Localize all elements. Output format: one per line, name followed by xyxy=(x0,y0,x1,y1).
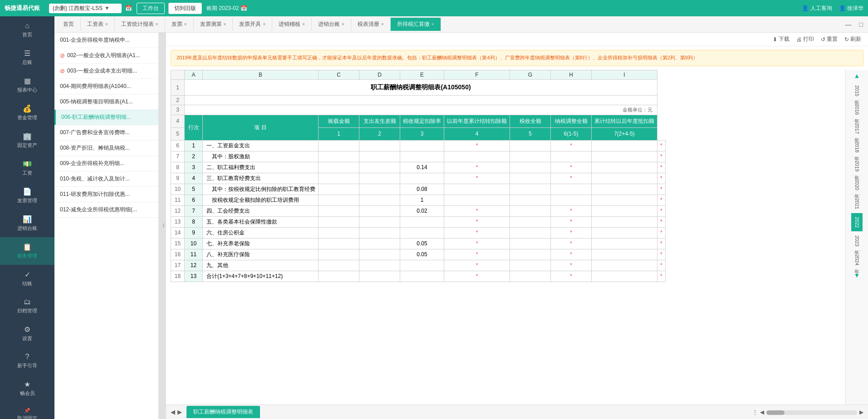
scroll-left-icon[interactable]: ◀ xyxy=(760,409,764,415)
year-nav-2018[interactable]: 2018年 xyxy=(851,138,863,156)
sidebar-item-general-ledger[interactable]: ☰ 总账 xyxy=(0,44,54,71)
sidebar-item-invoice-mgmt[interactable]: 📄 发票管理 xyxy=(0,182,54,210)
year-nav-2020[interactable]: 2020年 xyxy=(851,175,863,194)
row-2: 2 xyxy=(171,95,666,105)
calendar-icon[interactable]: 📅 xyxy=(125,5,132,11)
spreadsheet-area[interactable]: A B C D E F G H I xyxy=(166,70,845,404)
year-nav-2019[interactable]: 2019年 xyxy=(851,157,863,175)
year-nav-down-button[interactable]: ▼ xyxy=(852,269,863,281)
form-item-002[interactable]: ⊘ 002-一般企业收入明细表(A1... xyxy=(54,48,158,63)
collapse-panel-button[interactable]: 《 xyxy=(159,33,166,419)
tab-invoice-calc[interactable]: 发票测算 × xyxy=(194,18,233,31)
sheet-options-icon[interactable]: ⋮ xyxy=(752,409,758,415)
sidebar-item-payroll[interactable]: 💵 工资 xyxy=(0,154,54,182)
sidebar-item-home[interactable]: ⌂ 首页 xyxy=(0,16,54,44)
customer-service[interactable]: 👤 人工客询 xyxy=(802,5,832,12)
tab-payroll-stats[interactable]: 工资统计报表 × xyxy=(115,18,165,31)
subheader-c3-num: 3 xyxy=(400,127,444,140)
form-item-003[interactable]: ⊘ 003-一般企业成本支出明细... xyxy=(54,63,158,79)
form-item-009[interactable]: 009-企业所得税补充明细... xyxy=(54,156,158,171)
form-item-008[interactable]: 008-资产折旧、摊销及纳税... xyxy=(54,141,158,156)
sidebar-item-member[interactable]: ★ 畅会员 xyxy=(0,375,54,402)
sub-content: 001-企业所得税年度纳税申... ⊘ 002-一般企业收入明细表(A1... … xyxy=(54,33,868,419)
tab-income-tax-close[interactable]: × xyxy=(432,22,434,27)
sidebar-item-settings[interactable]: ⚙ 设置 xyxy=(0,320,54,347)
tab-invoice-open[interactable]: 发票开具 × xyxy=(233,18,272,31)
form-item-005[interactable]: 005-纳税调整项目明细表(A1... xyxy=(54,94,158,110)
form-item-004[interactable]: 004-期间费用明细表(A1040... xyxy=(54,79,158,94)
tab-payroll-stats-close[interactable]: × xyxy=(156,22,158,27)
tab-invoice[interactable]: 发票 × xyxy=(165,18,194,31)
sidebar-item-inout-ledger[interactable]: 📊 进销台账 xyxy=(0,210,54,237)
year-nav-2017[interactable]: 2017年 xyxy=(851,119,863,138)
tab-income-tax[interactable]: 所得税汇算缴 × xyxy=(391,18,441,31)
refresh-button[interactable]: ↻ 刷新 xyxy=(844,35,861,43)
scroll-right-icon[interactable]: ▶ xyxy=(859,409,863,415)
form-item-006-label: 006-职工薪酬纳税调整明细... xyxy=(61,113,131,121)
fixed-assets-icon: 🏢 xyxy=(23,132,32,141)
company-selector[interactable]: (勿删) 江西般宝-LSS ▼ xyxy=(49,4,122,13)
sidebar-item-fixed-assets[interactable]: 🏢 固定资产 xyxy=(0,127,54,154)
reset-button[interactable]: ↺ 重置 xyxy=(821,35,838,43)
form-item-006[interactable]: 006-职工薪酬纳税调整明细... xyxy=(54,110,158,125)
tab-tax-clearance[interactable]: 税表清册 × xyxy=(351,18,391,31)
tab-inout-ledger[interactable]: 进销台账 × xyxy=(312,18,351,31)
workspace-button[interactable]: 工作台 xyxy=(137,3,165,14)
print-button[interactable]: 🖨 打印 xyxy=(796,35,814,43)
tab-payroll-close[interactable]: × xyxy=(105,22,108,27)
download-button[interactable]: ⬇ 下载 xyxy=(773,35,790,43)
sidebar-label-tax-mgmt: 税务管理 xyxy=(17,253,37,259)
scrollbar-thumb xyxy=(766,410,785,415)
sidebar-item-settlement[interactable]: ✓ 结账 xyxy=(0,265,54,292)
table-row: 16 11 八、补充医疗保险 0.05 * * xyxy=(171,249,666,260)
tab-tax-clearance-close[interactable]: × xyxy=(381,22,384,27)
sidebar-item-archive[interactable]: 🗂 归档管理 xyxy=(0,292,54,320)
form-item-008-label: 008-资产折旧、摊销及纳税... xyxy=(60,144,130,152)
sidebar-item-guide[interactable]: ? 新手引导 xyxy=(0,347,54,375)
form-item-011[interactable]: 011-研发费用加计扣除优惠... xyxy=(54,187,158,202)
year-nav-2016[interactable]: 2016年 xyxy=(851,100,863,119)
year-nav-2021[interactable]: 2021年 xyxy=(851,195,863,213)
prev-sheet-button[interactable]: ◀ xyxy=(171,409,175,415)
form-item-010[interactable]: 010-免税、减计收入及加计... xyxy=(54,171,158,187)
sheet-title: 职工薪酬纳税调整明细表(A105050) xyxy=(185,79,657,95)
sidebar-item-report-center[interactable]: ▦ 报表中心 xyxy=(0,71,54,99)
user-avatar[interactable]: 👤 徐泽华 xyxy=(839,5,863,12)
tab-maximize-icon[interactable]: □ xyxy=(857,19,866,29)
sidebar-item-tax-mgmt[interactable]: 📋 税务管理 xyxy=(0,237,54,265)
cancel-fixed-button[interactable]: 📌 取消固定 xyxy=(0,402,54,419)
year-nav-2023[interactable]: 2023年 xyxy=(851,232,863,250)
tab-inout-verify[interactable]: 进销稽核 × xyxy=(272,18,312,31)
inout-icon: 📊 xyxy=(23,215,32,224)
form-item-004-label: 004-期间费用明细表(A1040... xyxy=(60,83,131,90)
sidebar-item-asset-mgmt[interactable]: 💰 资金管理 xyxy=(0,99,54,127)
year-nav-2024[interactable]: 2024年 xyxy=(851,251,863,269)
switch-button[interactable]: 切到旧版 xyxy=(168,3,202,14)
table-row: 12 7 四、工会经费支出 0.02 * * xyxy=(171,205,666,216)
tab-invoice-open-close[interactable]: × xyxy=(263,22,265,27)
tab-invoice-calc-close[interactable]: × xyxy=(224,22,226,27)
next-sheet-button[interactable]: ▶ xyxy=(177,409,182,415)
form-item-003-label: 003-一般企业成本支出明细... xyxy=(67,67,137,75)
header-c7: 累计结转以后年度抵扣额 xyxy=(592,115,657,127)
tab-payroll[interactable]: 工资表 × xyxy=(81,18,115,31)
tab-minimize-icon[interactable]: — xyxy=(843,19,854,29)
tab-home[interactable]: 首页 xyxy=(57,18,81,31)
col-g: G xyxy=(510,70,551,79)
year-nav-up-button[interactable]: ▲ xyxy=(852,70,863,82)
sheet-tab-payroll-adjust[interactable]: 职工薪酬纳税调整明细表 xyxy=(186,406,260,418)
year-nav-2015[interactable]: 2015年 xyxy=(851,82,863,100)
form-item-012[interactable]: 012-减免企业所得税优惠明细(... xyxy=(54,202,158,218)
sidebar-bottom: 📌 取消固定 xyxy=(0,402,54,419)
app-logo: 畅捷通易代账 xyxy=(5,4,40,12)
form-item-009-label: 009-企业所得税补充明细... xyxy=(60,160,124,167)
horizontal-scrollbar[interactable] xyxy=(766,410,857,415)
tab-invoice-close[interactable]: × xyxy=(184,22,187,27)
spreadsheet-container: ⬇ 下载 🖨 打印 ↺ 重置 ↻ 刷新 xyxy=(166,33,868,419)
tab-inout-verify-close[interactable]: × xyxy=(302,22,305,27)
tab-inout-ledger-close[interactable]: × xyxy=(342,22,344,27)
form-item-001[interactable]: 001-企业所得税年度纳税申... xyxy=(54,33,158,48)
year-nav-2022[interactable]: 2022年 xyxy=(851,213,863,232)
row-num-header xyxy=(171,70,185,79)
form-item-007[interactable]: 007-广告费和业务宣传费哗... xyxy=(54,125,158,141)
